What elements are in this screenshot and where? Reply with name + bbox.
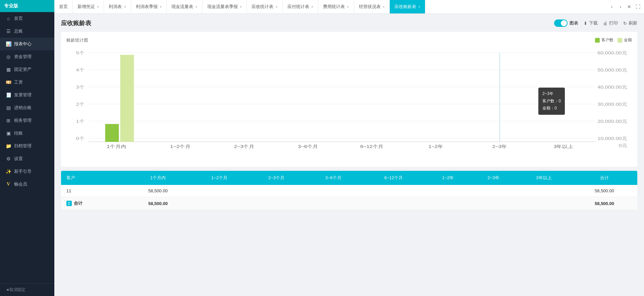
legend-customer-label: 客户数 bbox=[601, 37, 613, 43]
download-icon: ⬇ bbox=[584, 21, 587, 26]
svg-text:10,000.00元: 10,000.00元 bbox=[597, 136, 627, 141]
col-y2-3: 2~3年 bbox=[471, 171, 516, 185]
sidebar-item-ledger[interactable]: ☰ 总账 bbox=[0, 25, 54, 38]
svg-text:30,000.00元: 30,000.00元 bbox=[597, 102, 627, 107]
tab-ar-aging[interactable]: 应收账龄表 × bbox=[390, 0, 425, 13]
total-m1: 58,500.00 bbox=[125, 197, 191, 210]
tab-profit-quarter[interactable]: 利润表季报 × bbox=[131, 0, 167, 13]
tab-cashflow-quarter-close[interactable]: × bbox=[240, 5, 242, 9]
tab-home[interactable]: 首页 bbox=[54, 0, 73, 13]
svg-text:5个: 5个 bbox=[76, 51, 85, 55]
sidebar-item-home[interactable]: ⌂ 首页 bbox=[0, 12, 54, 25]
cell-m1: 58,500.00 bbox=[125, 185, 191, 197]
sidebar-item-settings[interactable]: ⚙ 设置 bbox=[0, 152, 54, 165]
sidebar-label-guide: 新手引导 bbox=[14, 168, 32, 175]
sidebar-item-member[interactable]: V 畅会员 bbox=[0, 178, 54, 191]
tab-close-all-button[interactable]: ✕ bbox=[625, 3, 633, 11]
chart-toggle[interactable] bbox=[554, 19, 568, 27]
sidebar-item-guide[interactable]: ✨ 新手引导 bbox=[0, 165, 54, 178]
cell-customer: 11 bbox=[61, 185, 125, 197]
print-button[interactable]: 🖨 打印 bbox=[603, 20, 618, 26]
col-y1-2: 1~2年 bbox=[425, 171, 471, 185]
svg-text:1个: 1个 bbox=[76, 119, 85, 124]
tab-expand-button[interactable]: ⛶ bbox=[634, 3, 642, 11]
tab-expense-stat-label: 费用统计表 bbox=[323, 4, 345, 10]
chart-toggle-label: 图表 bbox=[570, 20, 578, 26]
col-m1-2: 1~2个月 bbox=[191, 171, 248, 185]
tab-profit-quarter-label: 利润表季报 bbox=[136, 4, 158, 10]
total-y3plus bbox=[516, 197, 572, 210]
sidebar-item-stock[interactable]: ▤ 进销台账 bbox=[0, 101, 54, 114]
tab-cashflow[interactable]: 现金流量表 × bbox=[167, 0, 202, 13]
sidebar-label-invoice: 发票管理 bbox=[14, 92, 32, 98]
sidebar-item-close[interactable]: ▣ 结账 bbox=[0, 127, 54, 140]
col-m2-3: 2~3个月 bbox=[248, 171, 305, 185]
app-logo: 专业版 bbox=[0, 0, 54, 12]
sidebar-item-capital[interactable]: ◎ 资金管理 bbox=[0, 50, 54, 63]
chart-toggle-wrap: 图表 bbox=[554, 19, 578, 27]
tab-cashflow-close[interactable]: × bbox=[195, 5, 197, 9]
tab-prev-button[interactable]: ‹ bbox=[608, 3, 616, 11]
home-icon: ⌂ bbox=[5, 16, 11, 21]
unpin-label: ◄取消固定 bbox=[5, 287, 25, 293]
tab-ar-stat-label: 应收统计表 bbox=[252, 4, 273, 10]
svg-text:1~2个月: 1~2个月 bbox=[170, 144, 191, 149]
sidebar-item-salary[interactable]: 💴 工资 bbox=[0, 76, 54, 89]
bar-customer-0 bbox=[105, 124, 119, 142]
invoice-icon: 🧾 bbox=[5, 92, 11, 98]
tab-nav-controls: ‹ › ✕ ⛶ bbox=[606, 3, 644, 11]
header-actions: 图表 ⬇ 下载 🖨 打印 ↻ 刷新 bbox=[554, 19, 637, 27]
tab-profit-close[interactable]: × bbox=[124, 5, 126, 9]
refresh-icon: ↻ bbox=[623, 21, 627, 26]
tab-expense-stat[interactable]: 费用统计表 × bbox=[318, 0, 354, 13]
tab-profit-label: 利润表 bbox=[109, 4, 122, 10]
sidebar-item-archive[interactable]: 📁 归档管理 bbox=[0, 140, 54, 152]
sidebar-item-tax[interactable]: ⊞ 税务管理 bbox=[0, 114, 54, 127]
reports-icon: 📊 bbox=[5, 41, 11, 47]
svg-text:6~12个月: 6~12个月 bbox=[360, 144, 384, 149]
tab-operation-stat-close[interactable]: × bbox=[383, 5, 385, 9]
total-m1-2 bbox=[191, 197, 248, 210]
tab-operation-stat[interactable]: 经营状况表 × bbox=[354, 0, 390, 13]
svg-text:20,000.00元: 20,000.00元 bbox=[597, 119, 627, 124]
tab-ar-stat-close[interactable]: × bbox=[275, 5, 277, 9]
table-row: 11 58,500.00 58,500.00 bbox=[61, 185, 637, 197]
tab-operation-stat-label: 经营状况表 bbox=[359, 4, 381, 10]
sidebar-item-reports[interactable]: 📊 报表中心 bbox=[0, 38, 54, 50]
aging-table: 客户 1个月内 1~2个月 2~3个月 3~6个月 6~12个月 1~2年 2~… bbox=[61, 171, 637, 210]
tab-cashflow-quarter-label: 现金流量表季报 bbox=[207, 4, 238, 10]
table-header-row: 客户 1个月内 1~2个月 2~3个月 3~6个月 6~12个月 1~2年 2~… bbox=[61, 171, 637, 185]
sidebar-item-assets[interactable]: ▦ 固定资产 bbox=[0, 63, 54, 76]
tab-next-button[interactable]: › bbox=[616, 3, 625, 11]
assets-icon: ▦ bbox=[5, 67, 11, 72]
sidebar-label-assets: 固定资产 bbox=[14, 66, 32, 72]
page-header: 应收账龄表 图表 ⬇ 下载 🖨 打印 ↻ 刷新 bbox=[61, 19, 637, 27]
main-content: 首页 新增凭证 × 利润表 × 利润表季报 × 现金流量表 × 现金流量表季报 … bbox=[54, 0, 644, 296]
tab-cashflow-quarter[interactable]: 现金流量表季报 × bbox=[203, 0, 247, 13]
tab-ar-aging-close[interactable]: × bbox=[418, 5, 420, 9]
sidebar-label-stock: 进销台账 bbox=[14, 105, 32, 111]
tab-ar-stat[interactable]: 应收统计表 × bbox=[247, 0, 282, 13]
chart-svg: 5个 4个 3个 2个 1个 0个 60,000.00元 50,000.00元 … bbox=[66, 47, 632, 161]
tab-profit-quarter-close[interactable]: × bbox=[160, 5, 162, 9]
total-m2-3 bbox=[248, 197, 305, 210]
sidebar-item-invoice[interactable]: 🧾 发票管理 bbox=[0, 89, 54, 101]
tab-voucher-close[interactable]: × bbox=[97, 5, 99, 9]
cell-y1-2 bbox=[425, 185, 471, 197]
refresh-button[interactable]: ↻ 刷新 bbox=[623, 20, 637, 26]
tab-ap-stat[interactable]: 应付统计表 × bbox=[283, 0, 318, 13]
col-m3-6: 3~6个月 bbox=[305, 171, 362, 185]
sidebar-label-ledger: 总账 bbox=[14, 28, 23, 34]
tab-voucher[interactable]: 新增凭证 × bbox=[73, 0, 104, 13]
tab-cashflow-label: 现金流量表 bbox=[171, 4, 193, 10]
svg-text:2个: 2个 bbox=[76, 102, 85, 107]
sidebar-label-capital: 资金管理 bbox=[14, 54, 32, 60]
bar-amount-0 bbox=[120, 55, 134, 142]
sidebar-label-reports: 报表中心 bbox=[14, 41, 32, 47]
unpin-sidebar-button[interactable]: ◄取消固定 bbox=[0, 283, 54, 296]
download-button[interactable]: ⬇ 下载 bbox=[584, 20, 598, 26]
tab-ap-stat-close[interactable]: × bbox=[311, 5, 313, 9]
tab-expense-stat-close[interactable]: × bbox=[347, 5, 349, 9]
sidebar-label-tax: 税务管理 bbox=[14, 117, 32, 124]
tab-profit[interactable]: 利润表 × bbox=[104, 0, 131, 13]
